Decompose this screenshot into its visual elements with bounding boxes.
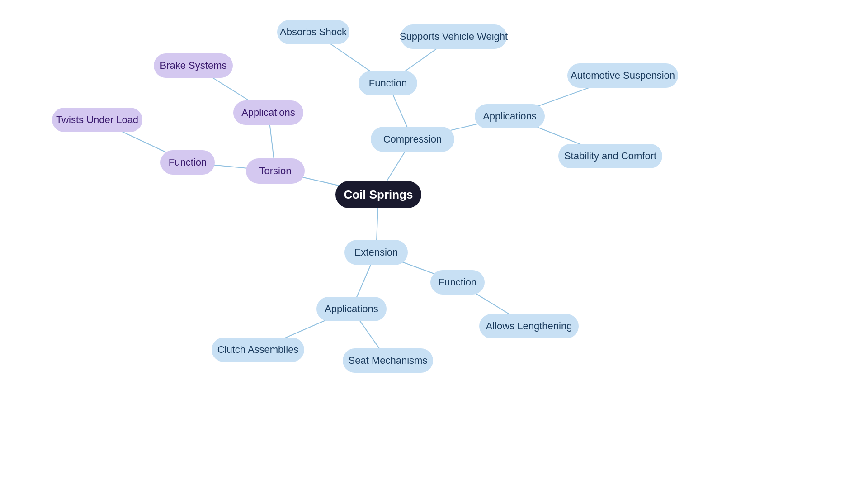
node-torsion[interactable]: Torsion (246, 158, 305, 184)
node-supports_weight[interactable]: Supports Vehicle Weight (401, 24, 507, 49)
node-twists_under_load[interactable]: Twists Under Load (52, 108, 142, 132)
node-comp_function[interactable]: Function (359, 71, 417, 95)
node-stability[interactable]: Stability and Comfort (558, 144, 662, 168)
node-seat_mechanisms[interactable]: Seat Mechanisms (343, 348, 433, 373)
node-ext_applications[interactable]: Applications (316, 297, 387, 321)
node-compression[interactable]: Compression (371, 127, 454, 152)
connection-lines (0, 0, 868, 490)
node-torsion_function[interactable]: Function (160, 150, 215, 175)
node-center[interactable]: Coil Springs (335, 181, 421, 208)
node-allows_lengthening[interactable]: Allows Lengthening (479, 314, 579, 338)
node-torsion_applications[interactable]: Applications (233, 100, 303, 125)
node-absorbs_shock[interactable]: Absorbs Shock (277, 20, 349, 44)
node-clutch_assemblies[interactable]: Clutch Assemblies (212, 338, 304, 362)
node-ext_function[interactable]: Function (430, 270, 485, 295)
node-brake_systems[interactable]: Brake Systems (154, 53, 233, 78)
node-auto_suspension[interactable]: Automotive Suspension (567, 63, 678, 88)
node-extension[interactable]: Extension (344, 240, 408, 265)
mindmap-container: Coil SpringsCompressionFunctionAbsorbs S… (0, 0, 868, 490)
node-comp_applications[interactable]: Applications (475, 104, 545, 128)
